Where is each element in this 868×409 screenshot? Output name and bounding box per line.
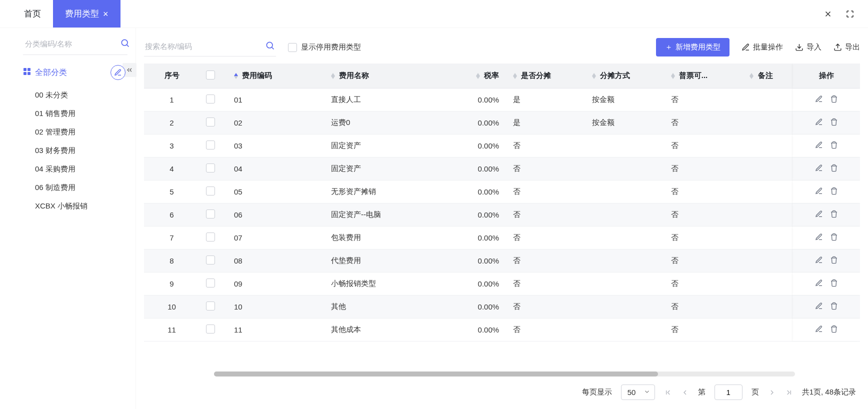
sort-icon[interactable] xyxy=(513,73,517,79)
edit-row-icon[interactable] xyxy=(815,302,823,312)
th-rate[interactable]: 税率 xyxy=(448,64,508,88)
edit-row-icon[interactable] xyxy=(815,141,823,150)
show-disabled-checkbox[interactable]: 显示停用费用类型 xyxy=(288,42,361,52)
th-code[interactable]: 费用编码 xyxy=(229,64,326,88)
toolbar-search-input[interactable] xyxy=(145,42,265,50)
import-button[interactable]: 导入 xyxy=(795,42,822,52)
delete-row-icon[interactable] xyxy=(830,233,838,242)
cell-checkbox[interactable] xyxy=(192,204,229,226)
sidebar-search-input[interactable] xyxy=(25,40,120,48)
edit-row-icon[interactable] xyxy=(815,164,823,174)
cell-seq: 8 xyxy=(144,250,192,272)
edit-row-icon[interactable] xyxy=(815,325,823,334)
last-page-icon[interactable] xyxy=(785,388,793,396)
checkbox-icon[interactable] xyxy=(206,324,215,334)
cell-checkbox[interactable] xyxy=(192,272,229,296)
checkbox-icon[interactable] xyxy=(206,164,215,172)
category-item[interactable]: 02 管理费用 xyxy=(8,123,132,142)
cell-checkbox[interactable] xyxy=(192,134,229,158)
category-item[interactable]: 01 销售费用 xyxy=(8,104,132,123)
checkbox-icon[interactable] xyxy=(206,210,215,218)
add-expense-type-button[interactable]: ＋ 新增费用类型 xyxy=(656,38,730,56)
search-icon[interactable] xyxy=(265,40,275,52)
delete-row-icon[interactable] xyxy=(830,325,838,334)
sort-icon[interactable] xyxy=(234,73,238,79)
close-icon[interactable]: × xyxy=(103,10,108,18)
scrollbar-thumb[interactable] xyxy=(214,372,658,376)
delete-row-icon[interactable] xyxy=(830,279,838,288)
fullscreen-icon[interactable] xyxy=(844,8,856,20)
cell-rate: 0.00% xyxy=(448,250,508,272)
edit-row-icon[interactable] xyxy=(815,279,823,288)
cell-share: 否 xyxy=(508,158,587,180)
edit-row-icon[interactable] xyxy=(815,256,823,266)
cell-checkbox[interactable] xyxy=(192,180,229,204)
th-invoice[interactable]: 普票可... xyxy=(666,64,745,88)
th-share[interactable]: 是否分摊 xyxy=(508,64,587,88)
delete-row-icon[interactable] xyxy=(830,302,838,312)
checkbox-icon[interactable] xyxy=(206,278,215,288)
close-all-icon[interactable] xyxy=(822,8,834,20)
th-note[interactable]: 备注 xyxy=(744,64,793,88)
delete-row-icon[interactable] xyxy=(830,118,838,128)
search-icon[interactable] xyxy=(120,38,130,50)
first-page-icon[interactable] xyxy=(664,388,672,396)
edit-row-icon[interactable] xyxy=(815,233,823,242)
category-item[interactable]: 03 财务费用 xyxy=(8,142,132,160)
sort-icon[interactable] xyxy=(331,73,335,79)
sort-icon[interactable] xyxy=(476,73,480,79)
delete-row-icon[interactable] xyxy=(830,210,838,220)
cell-checkbox[interactable] xyxy=(192,158,229,180)
checkbox-icon[interactable] xyxy=(206,302,215,310)
checkbox-icon[interactable] xyxy=(206,94,215,104)
tab-home[interactable]: 首页 xyxy=(12,0,53,28)
delete-row-icon[interactable] xyxy=(830,256,838,266)
cell-checkbox[interactable] xyxy=(192,112,229,134)
checkbox-icon[interactable] xyxy=(206,118,215,126)
edit-row-icon[interactable] xyxy=(815,118,823,128)
cell-checkbox[interactable] xyxy=(192,250,229,272)
tab-expense-type[interactable]: 费用类型 × xyxy=(53,0,120,28)
cell-checkbox[interactable] xyxy=(192,318,229,342)
delete-row-icon[interactable] xyxy=(830,95,838,104)
edit-row-icon[interactable] xyxy=(815,95,823,104)
cell-checkbox[interactable] xyxy=(192,296,229,318)
tab-bar: 首页 费用类型 × xyxy=(0,0,868,28)
category-item[interactable]: 06 制造费用 xyxy=(8,178,132,197)
th-name[interactable]: 费用名称 xyxy=(326,64,448,88)
sort-icon[interactable] xyxy=(592,73,596,79)
delete-row-icon[interactable] xyxy=(830,164,838,174)
checkbox-icon[interactable] xyxy=(206,256,215,264)
th-seq[interactable]: 序号 xyxy=(144,64,192,88)
per-page-select[interactable]: 50 xyxy=(621,384,655,400)
cell-checkbox[interactable] xyxy=(192,226,229,250)
checkbox-icon[interactable] xyxy=(206,186,215,196)
sort-icon[interactable] xyxy=(671,73,675,79)
checkbox-icon[interactable] xyxy=(206,232,215,242)
category-item[interactable]: XCBX 小畅报销 xyxy=(8,197,132,216)
table-scroll[interactable]: 序号 费用编码 费用名称 xyxy=(144,64,860,370)
horizontal-scrollbar[interactable] xyxy=(144,370,860,378)
next-page-icon[interactable] xyxy=(768,388,776,396)
edit-row-icon[interactable] xyxy=(815,210,823,220)
category-root[interactable]: 全部分类 xyxy=(8,62,132,83)
delete-row-icon[interactable] xyxy=(830,141,838,150)
checkbox-icon[interactable] xyxy=(288,43,297,52)
export-button[interactable]: 导出 xyxy=(834,42,860,52)
edit-row-icon[interactable] xyxy=(815,187,823,196)
cell-name: 无形资产摊销 xyxy=(326,180,448,204)
batch-button[interactable]: 批量操作 xyxy=(742,42,783,52)
checkbox-icon[interactable] xyxy=(206,140,215,150)
toolbar-search xyxy=(144,38,276,56)
page-input[interactable] xyxy=(714,384,742,400)
th-method[interactable]: 分摊方式 xyxy=(587,64,666,88)
checkbox-icon[interactable] xyxy=(206,70,215,80)
cell-checkbox[interactable] xyxy=(192,88,229,112)
sort-icon[interactable] xyxy=(750,73,754,79)
delete-row-icon[interactable] xyxy=(830,187,838,196)
category-item[interactable]: 04 采购费用 xyxy=(8,160,132,178)
category-item[interactable]: 00 未分类 xyxy=(8,86,132,104)
prev-page-icon[interactable] xyxy=(681,388,689,396)
edit-root-button[interactable] xyxy=(110,65,126,80)
th-checkbox[interactable] xyxy=(192,64,229,88)
